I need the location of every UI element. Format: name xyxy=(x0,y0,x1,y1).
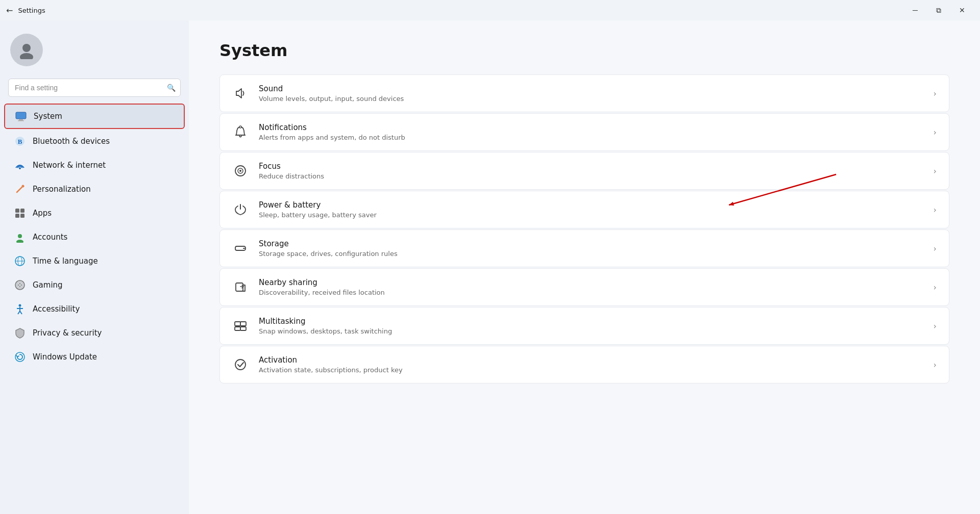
privacy-icon xyxy=(14,327,26,339)
svg-rect-13 xyxy=(20,214,24,218)
storage-desc: Storage space, drives, configuration rul… xyxy=(259,250,923,258)
power-desc: Sleep, battery usage, battery saver xyxy=(259,211,923,219)
nearby-setting-icon xyxy=(232,279,249,295)
activation-setting-icon xyxy=(232,356,249,373)
main-content: System SoundVolume levels, output, input… xyxy=(189,20,980,514)
focus-title: Focus xyxy=(259,162,923,171)
svg-text:B: B xyxy=(18,138,22,145)
sidebar-item-accounts[interactable]: Accounts xyxy=(4,225,185,249)
focus-desc: Reduce distractions xyxy=(259,172,923,180)
sound-chevron-icon: › xyxy=(934,89,937,98)
sidebar-label-apps: Apps xyxy=(33,209,52,218)
app-title: Settings xyxy=(18,7,45,14)
svg-rect-41 xyxy=(235,327,240,330)
sidebar-item-privacy[interactable]: Privacy & security xyxy=(4,321,185,345)
accounts-icon xyxy=(14,232,26,243)
update-icon xyxy=(14,351,26,363)
storage-text-block: StorageStorage space, drives, configurat… xyxy=(259,239,923,258)
page-title: System xyxy=(219,41,949,60)
nearby-chevron-icon: › xyxy=(934,282,937,292)
power-text-block: Power & batterySleep, battery usage, bat… xyxy=(259,200,923,219)
svg-rect-4 xyxy=(18,120,24,121)
accessibility-icon xyxy=(14,303,26,315)
svg-line-8 xyxy=(17,186,23,192)
sidebar-label-time: Time & language xyxy=(33,256,98,266)
svg-point-14 xyxy=(18,234,22,238)
multitasking-chevron-icon: › xyxy=(934,321,937,331)
search-icon: 🔍 xyxy=(167,84,176,92)
sidebar-label-gaming: Gaming xyxy=(33,280,63,290)
svg-point-23 xyxy=(19,283,20,284)
sidebar-item-bluetooth[interactable]: BBluetooth & devices xyxy=(4,130,185,153)
storage-title: Storage xyxy=(259,239,923,248)
back-icon[interactable]: ← xyxy=(6,6,13,15)
app-container: 🔍 SystemBBluetooth & devicesNetwork & in… xyxy=(0,20,980,514)
svg-point-1 xyxy=(20,53,33,59)
close-button[interactable]: ✕ xyxy=(950,2,974,18)
svg-rect-2 xyxy=(16,112,26,119)
svg-point-30 xyxy=(15,352,24,362)
avatar xyxy=(10,34,43,66)
svg-rect-12 xyxy=(15,214,19,218)
svg-point-35 xyxy=(239,170,241,172)
setting-item-nearby[interactable]: Nearby sharingDiscoverability, received … xyxy=(219,268,949,306)
sound-setting-icon xyxy=(232,85,249,101)
svg-point-21 xyxy=(18,285,19,286)
notifications-title: Notifications xyxy=(259,123,923,132)
svg-rect-42 xyxy=(240,327,246,330)
search-box: 🔍 xyxy=(8,79,181,97)
multitasking-setting-icon xyxy=(232,318,249,334)
sound-title: Sound xyxy=(259,84,923,93)
nearby-text-block: Nearby sharingDiscoverability, received … xyxy=(259,278,923,296)
notifications-text-block: NotificationsAlerts from apps and system… xyxy=(259,123,923,141)
storage-chevron-icon: › xyxy=(934,244,937,253)
svg-point-43 xyxy=(235,359,246,370)
sidebar-label-bluetooth: Bluetooth & devices xyxy=(33,137,110,146)
activation-desc: Activation state, subscriptions, product… xyxy=(259,366,923,374)
notifications-setting-icon xyxy=(232,124,249,140)
svg-point-25 xyxy=(19,304,21,307)
svg-line-29 xyxy=(20,311,22,314)
svg-rect-10 xyxy=(15,209,19,213)
sidebar-item-update[interactable]: Windows Update xyxy=(4,345,185,369)
search-input[interactable] xyxy=(8,79,181,97)
multitasking-text-block: MultitaskingSnap windows, desktops, task… xyxy=(259,317,923,335)
setting-item-multitasking[interactable]: MultitaskingSnap windows, desktops, task… xyxy=(219,307,949,345)
notifications-chevron-icon: › xyxy=(934,127,937,137)
window-controls: ─ ⧉ ✕ xyxy=(903,2,974,18)
setting-item-power[interactable]: Power & batterySleep, battery usage, bat… xyxy=(219,191,949,228)
sidebar-item-personalization[interactable]: Personalization xyxy=(4,177,185,201)
sidebar: 🔍 SystemBBluetooth & devicesNetwork & in… xyxy=(0,20,189,514)
setting-item-sound[interactable]: SoundVolume levels, output, input, sound… xyxy=(219,74,949,112)
minimize-button[interactable]: ─ xyxy=(903,2,927,18)
nearby-desc: Discoverability, received files location xyxy=(259,289,923,296)
svg-rect-3 xyxy=(19,119,23,120)
sidebar-item-accessibility[interactable]: Accessibility xyxy=(4,297,185,321)
system-icon xyxy=(15,111,27,122)
personalization-icon xyxy=(14,184,26,195)
time-icon xyxy=(14,255,26,267)
sidebar-item-system[interactable]: System xyxy=(4,104,185,129)
focus-setting-icon xyxy=(232,163,249,179)
activation-text-block: ActivationActivation state, subscription… xyxy=(259,355,923,374)
sidebar-item-gaming[interactable]: Gaming xyxy=(4,273,185,297)
svg-point-0 xyxy=(22,44,31,52)
restore-button[interactable]: ⧉ xyxy=(927,2,950,18)
user-profile[interactable] xyxy=(0,25,189,79)
sidebar-label-update: Windows Update xyxy=(33,352,97,362)
setting-item-focus[interactable]: FocusReduce distractions› xyxy=(219,152,949,190)
setting-item-notifications[interactable]: NotificationsAlerts from apps and system… xyxy=(219,113,949,151)
sidebar-item-time[interactable]: Time & language xyxy=(4,249,185,273)
gaming-icon xyxy=(14,279,26,291)
sidebar-item-network[interactable]: Network & internet xyxy=(4,153,185,177)
setting-item-storage[interactable]: StorageStorage space, drives, configurat… xyxy=(219,229,949,267)
sidebar-label-personalization: Personalization xyxy=(33,185,91,194)
svg-rect-38 xyxy=(236,283,243,291)
multitasking-title: Multitasking xyxy=(259,317,923,326)
sidebar-item-apps[interactable]: Apps xyxy=(4,201,185,225)
svg-point-24 xyxy=(19,286,20,287)
setting-item-activation[interactable]: ActivationActivation state, subscription… xyxy=(219,346,949,383)
activation-chevron-icon: › xyxy=(934,360,937,370)
sidebar-label-system: System xyxy=(34,112,62,121)
svg-point-7 xyxy=(19,167,21,169)
